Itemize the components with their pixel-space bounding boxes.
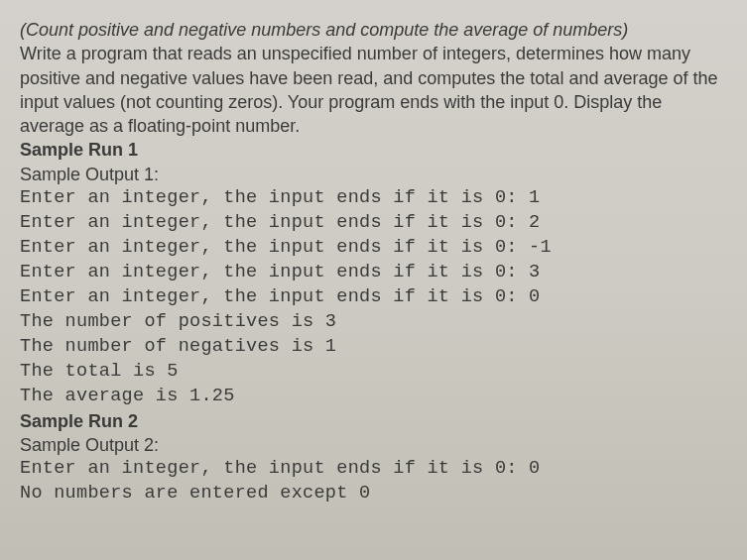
- output-line: The number of negatives is 1: [20, 335, 727, 360]
- sample-run-1-label: Sample Run 1: [20, 138, 727, 162]
- output-line: The total is 5: [20, 360, 727, 385]
- problem-description: Write a program that reads an unspecifie…: [20, 42, 727, 138]
- output-line: Enter an integer, the input ends if it i…: [20, 457, 727, 482]
- output-line: Enter an integer, the input ends if it i…: [20, 186, 727, 211]
- problem-title: (Count positive and negative numbers and…: [20, 18, 727, 42]
- output-line: The number of positives is 3: [20, 310, 727, 335]
- output-line: Enter an integer, the input ends if it i…: [20, 211, 727, 236]
- output-line: The average is 1.25: [20, 385, 727, 409]
- output-line: Enter an integer, the input ends if it i…: [20, 261, 727, 285]
- output-line: Enter an integer, the input ends if it i…: [20, 236, 727, 261]
- output-line: No numbers are entered except 0: [20, 482, 727, 506]
- sample-output-2-label: Sample Output 2:: [20, 433, 727, 457]
- sample-run-2-label: Sample Run 2: [20, 409, 727, 433]
- output-line: Enter an integer, the input ends if it i…: [20, 285, 727, 310]
- sample-output-1-label: Sample Output 1:: [20, 163, 727, 186]
